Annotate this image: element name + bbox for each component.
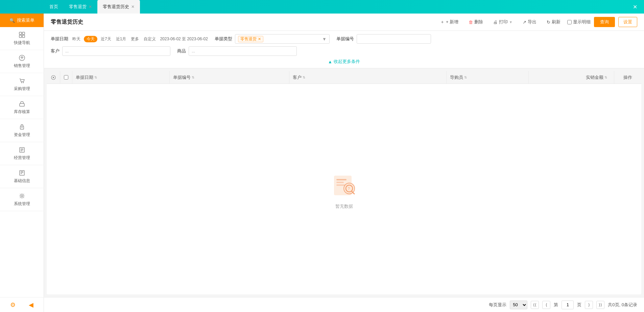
sales-icon bbox=[18, 54, 26, 62]
th-date[interactable]: 单据日期 ⇅ bbox=[72, 71, 170, 84]
sidebar-search[interactable]: 🔍 搜索菜单 bbox=[0, 14, 44, 27]
doc-no-label: 单据编号 bbox=[336, 36, 354, 42]
sidebar-item-finance[interactable]: 资金管理 bbox=[0, 119, 44, 142]
show-detail-checkbox[interactable] bbox=[567, 20, 572, 24]
purchase-icon bbox=[18, 77, 26, 85]
th-op-label: 操作 bbox=[623, 74, 632, 81]
th-guide-sort-icon: ⇅ bbox=[464, 75, 467, 79]
tab-home[interactable]: 首页 bbox=[44, 0, 64, 14]
goods-select[interactable]: ... bbox=[189, 46, 297, 56]
sidebar-item-system[interactable]: 系统管理 bbox=[0, 188, 44, 211]
th-customer[interactable]: 客户 ⇅ bbox=[289, 71, 447, 84]
empty-state: ? 暂无数据 bbox=[47, 84, 641, 294]
svg-rect-24 bbox=[336, 182, 344, 183]
select-all-checkbox[interactable] bbox=[64, 75, 68, 80]
page-number-input[interactable] bbox=[562, 300, 574, 309]
doc-type-tag-close[interactable]: ✕ bbox=[258, 37, 261, 41]
sidebar-item-label: 系统管理 bbox=[14, 201, 30, 207]
empty-illustration: ? bbox=[329, 169, 359, 199]
search-icon: 🔍 bbox=[9, 18, 15, 23]
tab-retail-return-history-label: 零售退货历史 bbox=[103, 4, 129, 10]
th-no-sort-icon: ⇅ bbox=[192, 75, 194, 79]
window-close-button[interactable]: ✕ bbox=[633, 4, 637, 10]
page-last-button[interactable]: ⟩⟩ bbox=[596, 301, 604, 309]
date-filter: 单据日期 昨天 今天 近7天 近1月 更多 自定义 2023-06-02 至 2… bbox=[51, 36, 208, 42]
date-btn-custom[interactable]: 自定义 bbox=[142, 36, 157, 42]
table-header: 单据日期 ⇅ 单据编号 ⇅ 客户 ⇅ 导购员 ⇅ 实销金额 ⇅ bbox=[47, 71, 641, 84]
collapse-filter-button[interactable]: ▲ 收起更多条件 bbox=[328, 59, 360, 65]
svg-rect-2 bbox=[19, 35, 22, 38]
date-btn-1month[interactable]: 近1月 bbox=[115, 36, 128, 42]
basic-info-icon bbox=[18, 169, 26, 177]
th-amount[interactable]: 实销金额 ⇅ bbox=[529, 71, 614, 84]
th-checkbox[interactable] bbox=[60, 71, 72, 84]
sidebar-collapse-icon[interactable]: ◀ bbox=[29, 301, 33, 309]
add-label: + 新增 bbox=[446, 19, 458, 25]
tab-retail-return-label: 零售退货 bbox=[69, 4, 87, 10]
operations-icon bbox=[18, 146, 26, 154]
export-button[interactable]: ↗ 导出 bbox=[519, 17, 540, 27]
tab-retail-return[interactable]: 零售退货 ✕ bbox=[64, 0, 97, 14]
sidebar-settings-icon[interactable]: ⚙ bbox=[10, 301, 16, 309]
settings-button[interactable]: 设置 bbox=[618, 17, 637, 27]
query-button[interactable]: 查询 bbox=[594, 17, 615, 27]
top-bar: 首页 零售退货 ✕ 零售退货历史 ✕ ✕ bbox=[0, 0, 644, 14]
customer-label: 客户 bbox=[51, 48, 59, 54]
sidebar-item-operations[interactable]: 经营管理 bbox=[0, 142, 44, 165]
doc-type-dropdown-icon: ▼ bbox=[322, 37, 327, 42]
sidebar-item-label: 经营管理 bbox=[14, 155, 30, 161]
date-filter-label: 单据日期 bbox=[51, 36, 68, 42]
sidebar: 🔍 搜索菜单 快捷导航 销售管理 采购管理 库存核算 bbox=[0, 14, 44, 312]
print-dropdown-icon: ▼ bbox=[509, 20, 512, 24]
svg-rect-23 bbox=[336, 179, 347, 180]
filter-area: 单据日期 昨天 今天 近7天 近1月 更多 自定义 2023-06-02 至 2… bbox=[44, 31, 644, 68]
sidebar-item-label: 快捷导航 bbox=[14, 40, 30, 46]
date-btn-yesterday[interactable]: 昨天 bbox=[71, 36, 82, 42]
doc-type-tag-label: 零售退货 bbox=[240, 36, 257, 42]
th-no[interactable]: 单据编号 ⇅ bbox=[170, 71, 289, 84]
date-shortcuts: 昨天 今天 近7天 近1月 更多 自定义 bbox=[71, 36, 157, 42]
page-next-button[interactable]: ⟩ bbox=[585, 301, 593, 309]
th-date-sort-icon: ⇅ bbox=[94, 75, 97, 79]
page-title: 零售退货历史 bbox=[51, 19, 83, 26]
doc-no-filter: 单据编号 bbox=[336, 34, 431, 44]
sidebar-item-quick-nav[interactable]: 快捷导航 bbox=[0, 27, 44, 50]
page-size-select[interactable]: 20 50 100 bbox=[510, 300, 527, 309]
date-btn-more[interactable]: 更多 bbox=[129, 36, 140, 42]
sidebar-item-label: 销售管理 bbox=[14, 63, 30, 69]
sidebar-item-inventory[interactable]: 库存核算 bbox=[0, 96, 44, 119]
export-label: 导出 bbox=[528, 19, 536, 25]
th-guide[interactable]: 导购员 ⇅ bbox=[447, 71, 529, 84]
delete-button[interactable]: 🗑 删除 bbox=[465, 17, 486, 27]
doc-type-tag: 零售退货 ✕ bbox=[238, 36, 263, 42]
page-first-button[interactable]: ⟨⟨ bbox=[531, 301, 539, 309]
sidebar-bottom: ⚙ ◀ bbox=[0, 297, 44, 312]
finance-icon bbox=[18, 123, 26, 131]
refresh-label: 刷新 bbox=[552, 19, 560, 25]
sidebar-item-sales-mgmt[interactable]: 销售管理 bbox=[0, 50, 44, 73]
sidebar-item-basic-info[interactable]: 基础信息 bbox=[0, 165, 44, 188]
refresh-button[interactable]: ↻ 刷新 bbox=[543, 17, 564, 27]
th-settings[interactable] bbox=[47, 71, 60, 84]
tab-retail-return-history[interactable]: 零售退货历史 ✕ bbox=[97, 0, 140, 14]
sidebar-item-purchase-mgmt[interactable]: 采购管理 bbox=[0, 73, 44, 96]
svg-rect-0 bbox=[19, 32, 22, 35]
tab-retail-return-history-close[interactable]: ✕ bbox=[131, 4, 135, 9]
date-btn-7days[interactable]: 近7天 bbox=[99, 36, 113, 42]
th-no-label: 单据编号 bbox=[173, 74, 191, 81]
customer-select[interactable]: ... bbox=[62, 46, 170, 56]
show-detail-checkbox-label[interactable]: 显示明细 bbox=[567, 19, 591, 25]
page-prev-button[interactable]: ⟨ bbox=[542, 301, 550, 309]
refresh-icon: ↻ bbox=[547, 20, 550, 25]
date-btn-today[interactable]: 今天 bbox=[84, 36, 97, 42]
print-button[interactable]: 🖨 打印 ▼ bbox=[490, 17, 516, 27]
system-icon bbox=[18, 192, 26, 200]
table-area: 单据日期 ⇅ 单据编号 ⇅ 客户 ⇅ 导购员 ⇅ 实销金额 ⇅ bbox=[47, 71, 641, 294]
doc-type-select[interactable]: 零售退货 ✕ ▼ bbox=[235, 34, 330, 44]
show-detail-label: 显示明细 bbox=[573, 19, 591, 25]
add-button[interactable]: ＋ + 新增 bbox=[437, 17, 462, 27]
th-guide-label: 导购员 bbox=[450, 74, 463, 81]
doc-no-input[interactable] bbox=[357, 34, 431, 44]
tab-retail-return-close[interactable]: ✕ bbox=[89, 4, 92, 9]
doc-type-filter: 单据类型 零售退货 ✕ ▼ bbox=[215, 34, 330, 44]
